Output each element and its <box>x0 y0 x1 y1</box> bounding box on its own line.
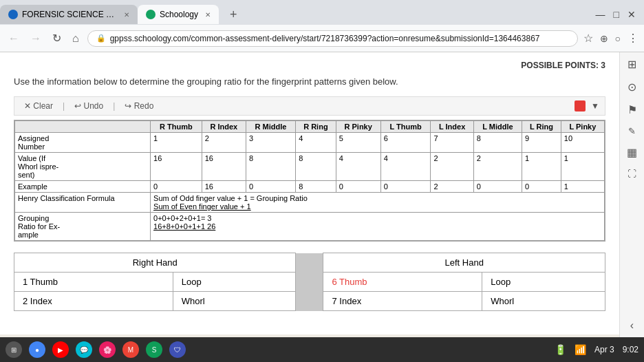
ref-col-header-6: L Thumb <box>380 121 431 133</box>
help-icon[interactable]: ⊙ <box>627 81 636 94</box>
tab-forensic-label: FORENSIC SCIENCE 05: Per1-S <box>22 10 117 19</box>
chevron-left-icon: ‹ <box>630 319 634 331</box>
ref-cell-0-4: 4 <box>296 133 336 153</box>
collapse-button[interactable]: ‹ <box>630 319 634 332</box>
ref-cell-0-6: 6 <box>380 133 431 153</box>
separator-1: | <box>63 101 65 111</box>
ref-cell-1-10: 1 <box>561 153 604 181</box>
answer-table-wrap: Right Hand Left Hand 1 Thumb Loop 6 Thum… <box>14 253 605 311</box>
tab-schoology-label: Schoology <box>160 10 198 19</box>
formula-content: Sum of Odd finger value + 1 = Grouping R… <box>151 193 605 213</box>
calculator-icon[interactable]: ▦ <box>627 146 637 159</box>
pencil-icon[interactable]: ✎ <box>628 126 636 136</box>
ref-col-header-4: R Ring <box>296 121 336 133</box>
taskbar-launcher[interactable]: ⊞ <box>6 341 22 358</box>
taskbar-chrome[interactable]: ● <box>29 341 45 358</box>
ref-cell-2-9: 0 <box>522 181 561 193</box>
taskbar-photos[interactable]: 🌸 <box>99 341 116 358</box>
tab-forensic[interactable]: FORENSIC SCIENCE 05: Per1-S ✕ <box>0 5 138 24</box>
ref-cell-0-5: 5 <box>336 133 380 153</box>
bookmark-icon[interactable]: ☆ <box>583 32 593 45</box>
expand-icon[interactable]: ⛶ <box>627 169 636 179</box>
right-sidebar: ⊞ ⊙ ⚑ ✎ ▦ ⛶ ‹ <box>619 52 644 337</box>
formula-denom: Sum of Even finger value + 1 <box>153 202 251 211</box>
answer-row-index: 2 Index Whorl 7 Index Whorl <box>14 292 605 311</box>
ref-cell-1-8: 2 <box>473 153 522 181</box>
flag-icon[interactable]: ⚑ <box>627 103 637 116</box>
r-index-label: 2 Index <box>14 292 173 311</box>
taskbar-sheets[interactable]: S <box>146 341 162 358</box>
ref-row-label-1: Value (IfWhorl ispre-sent) <box>15 153 151 181</box>
address-bar-row: ← → ↻ ⌂ 🔒 gppss.schoology.com/common-ass… <box>0 25 644 52</box>
grid-icon[interactable]: ⊞ <box>627 58 636 71</box>
ref-row-formula: Henry Classification Formula Sum of Odd … <box>15 193 605 213</box>
ref-row-label-0: AssignedNumber <box>15 133 151 153</box>
grouping-numerator: 0+0+0+2+0+1= 3 <box>153 214 211 222</box>
separator-2: | <box>113 101 115 111</box>
taskbar-chat[interactable]: 💬 <box>76 341 92 358</box>
ref-cell-0-10: 10 <box>561 133 604 153</box>
ref-cell-1-3: 8 <box>246 153 295 181</box>
profile-icon[interactable]: ○ <box>615 33 621 44</box>
ref-row-label-2: Example <box>15 181 151 193</box>
color-swatch[interactable] <box>575 100 586 111</box>
settings-icon[interactable]: ⋮ <box>627 32 638 45</box>
ref-cell-2-7: 2 <box>431 181 473 193</box>
ref-row-grouping: GroupingRatio for Ex-ample 0+0+0+2+0+1= … <box>15 213 605 241</box>
tab-forensic-close[interactable]: ✕ <box>124 11 129 19</box>
reference-table: R Thumb R Index R Middle R Ring R Pinky … <box>14 120 605 241</box>
ref-col-header-9: L Ring <box>522 121 561 133</box>
ref-cell-2-1: 0 <box>151 181 202 193</box>
clear-button[interactable]: ✕ Clear <box>20 100 57 112</box>
window-controls: — □ ✕ <box>588 9 644 20</box>
url-text: gppss.schoology.com/common-assessment-de… <box>110 34 540 43</box>
taskbar-date: Apr 3 <box>594 345 614 354</box>
extensions-icon[interactable]: ⊕ <box>600 33 608 44</box>
taskbar-youtube[interactable]: ▶ <box>52 341 69 358</box>
ref-cell-1-7: 2 <box>431 153 473 181</box>
grouping-label: GroupingRatio for Ex-ample <box>15 213 151 241</box>
address-bar-actions: ☆ ⊕ ○ ⋮ <box>583 32 638 45</box>
toolbar-chevron[interactable]: ▼ <box>591 101 599 111</box>
r-thumb-label: 1 Thumb <box>14 273 173 292</box>
r-thumb-value: Loop <box>173 273 296 292</box>
reference-table-wrap: R Thumb R Index R Middle R Ring R Pinky … <box>14 120 605 242</box>
redo-button[interactable]: ↪ Redo <box>120 100 158 112</box>
ref-cell-1-1: 16 <box>151 153 202 181</box>
maximize-button[interactable]: □ <box>614 9 619 20</box>
ref-col-header-10: L Pinky <box>561 121 604 133</box>
ref-cell-0-3: 3 <box>246 133 295 153</box>
undo-button[interactable]: ↩ Undo <box>70 100 107 112</box>
close-button[interactable]: ✕ <box>627 9 636 20</box>
address-bar[interactable]: 🔒 gppss.schoology.com/common-assessment-… <box>87 30 578 47</box>
answer-row-thumb: 1 Thumb Loop 6 Thumb Loop <box>14 273 605 292</box>
ref-cell-1-2: 16 <box>202 153 246 181</box>
forward-button[interactable]: → <box>28 31 44 46</box>
taskbar-right: 🔋 📶 Apr 3 9:02 <box>555 344 638 355</box>
main-area: POSSIBLE POINTS: 3 Use the information b… <box>0 52 619 334</box>
tab-schoology[interactable]: Schoology ✕ <box>138 5 219 24</box>
ref-col-header-3: R Middle <box>246 121 295 133</box>
taskbar-gmail[interactable]: M <box>122 341 139 358</box>
r-index-value: Whorl <box>173 292 296 311</box>
right-hand-header: Right Hand <box>14 253 296 273</box>
page-layout: POSSIBLE POINTS: 3 Use the information b… <box>0 52 644 337</box>
left-hand-header: Left Hand <box>323 253 605 273</box>
ref-cell-0-9: 9 <box>522 133 561 153</box>
ref-cell-1-9: 1 <box>522 153 561 181</box>
ref-cell-1-5: 4 <box>336 153 380 181</box>
home-button[interactable]: ⌂ <box>69 31 82 46</box>
shaded-divider <box>296 253 323 273</box>
taskbar-security[interactable]: 🛡 <box>169 341 186 358</box>
reload-button[interactable]: ↻ <box>50 30 64 46</box>
ref-cell-1-4: 8 <box>296 153 336 181</box>
ref-cell-0-8: 8 <box>473 133 522 153</box>
tab-schoology-close[interactable]: ✕ <box>205 11 211 19</box>
new-tab-button[interactable]: + <box>224 8 243 22</box>
ref-col-header-5: R Pinky <box>336 121 380 133</box>
back-button[interactable]: ← <box>6 31 22 46</box>
l-index-value: Whorl <box>482 292 605 311</box>
ref-row-value: Value (IfWhorl ispre-sent) 16 16 8 8 4 4… <box>15 153 605 181</box>
ref-cell-2-4: 8 <box>296 181 336 193</box>
minimize-button[interactable]: — <box>596 9 605 20</box>
